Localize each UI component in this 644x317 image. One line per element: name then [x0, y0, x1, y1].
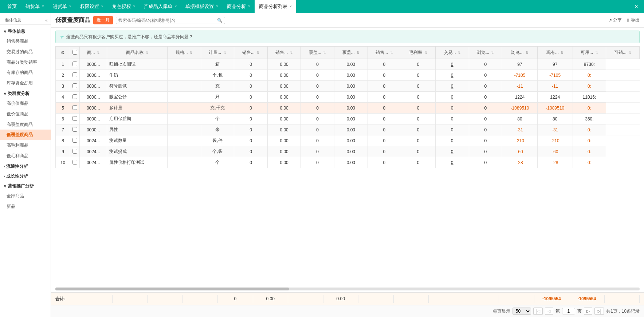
- cell-name[interactable]: 眼宝公仔: [107, 92, 168, 103]
- select-all-checkbox[interactable]: [72, 50, 77, 55]
- th-sales2[interactable]: 销售... ⇅: [267, 47, 301, 59]
- th-name[interactable]: 商品名称 ⇅: [107, 47, 168, 59]
- cell-checkbox[interactable]: [70, 157, 80, 168]
- cell-browse1[interactable]: 0: [435, 70, 469, 81]
- search-icon[interactable]: 🔍: [217, 18, 223, 23]
- nav-products[interactable]: 产成品入库单 ×: [140, 0, 181, 13]
- nav-analysis[interactable]: 商品分析 ×: [223, 0, 255, 13]
- th-sales1[interactable]: 销售... ⇅: [234, 47, 268, 59]
- row-checkbox[interactable]: [72, 83, 77, 88]
- sidebar-item-capital[interactable]: 库存资金占用: [0, 78, 51, 88]
- sidebar-group-marketing[interactable]: ∨ 营销推广分析: [0, 181, 51, 191]
- cell-name[interactable]: 多计量: [107, 103, 168, 114]
- sidebar-item-low-value[interactable]: 低价值商品: [0, 109, 51, 119]
- row-checkbox[interactable]: [72, 138, 77, 143]
- nav-analysis-list[interactable]: 商品分析列表 ×: [255, 0, 296, 13]
- close-permissions-icon[interactable]: ×: [101, 0, 103, 13]
- th-stock2[interactable]: 可用... ⇅: [573, 47, 606, 59]
- cell-name[interactable]: 旺铺批次测试: [107, 59, 168, 70]
- sidebar-group-growth[interactable]: › 成长性分析: [0, 171, 51, 181]
- cell-name[interactable]: 属性价格打印测试: [107, 157, 168, 168]
- cell-browse1[interactable]: 0: [435, 59, 469, 70]
- cell-checkbox[interactable]: [70, 146, 80, 157]
- sidebar-item-low-coverage[interactable]: 低覆盖度商品: [0, 130, 51, 140]
- page-number-input[interactable]: [562, 308, 575, 314]
- cell-browse1[interactable]: 0: [435, 124, 469, 135]
- th-sellable[interactable]: 可销... ⇅: [606, 47, 640, 59]
- sidebar-group-flow[interactable]: › 流通性分析: [0, 161, 51, 171]
- row-checkbox[interactable]: [72, 62, 77, 66]
- th-unit[interactable]: 计量... ⇅: [201, 47, 234, 59]
- th-stock1[interactable]: 现有... ⇅: [537, 47, 573, 59]
- th-browse1[interactable]: 浏览... ⇅: [469, 47, 502, 59]
- th-spec[interactable]: 规格... ⇅: [167, 47, 201, 59]
- close-roles-icon[interactable]: ×: [133, 0, 136, 13]
- sidebar-item-low-margin[interactable]: 低毛利商品: [0, 151, 51, 161]
- row-checkbox[interactable]: [72, 127, 77, 132]
- nav-roles[interactable]: 角色授权 ×: [108, 0, 140, 13]
- cell-checkbox[interactable]: [70, 59, 80, 70]
- close-analysis-list-icon[interactable]: ×: [290, 0, 292, 13]
- row-checkbox[interactable]: [72, 160, 77, 165]
- cell-name[interactable]: 牛奶: [107, 70, 168, 81]
- close-templates-icon[interactable]: ×: [216, 0, 218, 13]
- row-checkbox[interactable]: [72, 116, 77, 121]
- share-button[interactable]: ↗ 分享: [608, 17, 622, 23]
- cell-browse1[interactable]: 0: [435, 135, 469, 146]
- sidebar-group-cluster[interactable]: ∨ 类群度分析: [0, 88, 51, 98]
- cell-checkbox[interactable]: [70, 135, 80, 146]
- close-products-icon[interactable]: ×: [174, 0, 177, 13]
- sidebar-item-high-value[interactable]: 高价值商品: [0, 98, 51, 109]
- sidebar-item-in-stock[interactable]: 有库存的商品: [0, 67, 51, 78]
- sidebar-item-high-coverage[interactable]: 高覆盖度商品: [0, 119, 51, 130]
- sidebar-item-traded[interactable]: 交易过的商品: [0, 47, 51, 57]
- sidebar-item-category-rate[interactable]: 商品分类动销率: [0, 57, 51, 68]
- table-scrollbar-thumb[interactable]: [55, 288, 289, 290]
- th-checkbox[interactable]: [70, 47, 80, 59]
- cell-name[interactable]: 符号测试: [107, 81, 168, 92]
- table-scrollbar[interactable]: [55, 288, 640, 290]
- cell-checkbox[interactable]: [70, 124, 80, 135]
- nav-permissions[interactable]: 权限设置 ×: [76, 0, 108, 13]
- nav-templates[interactable]: 单据模板设置 ×: [181, 0, 223, 13]
- cell-name[interactable]: 测试数量: [107, 135, 168, 146]
- close-analysis-icon[interactable]: ×: [248, 0, 250, 13]
- th-coverage1[interactable]: 覆盖... ⇅: [301, 47, 334, 59]
- sidebar-item-all-goods[interactable]: 全部商品: [0, 191, 51, 201]
- prev-page-btn[interactable]: ◁: [545, 308, 553, 315]
- row-checkbox[interactable]: [72, 105, 77, 110]
- cell-browse1[interactable]: 0: [435, 103, 469, 114]
- search-input[interactable]: [118, 18, 217, 23]
- sidebar-item-new-goods[interactable]: 新品: [0, 201, 51, 212]
- nav-sales[interactable]: 销货单 ×: [21, 0, 48, 13]
- row-checkbox[interactable]: [72, 94, 77, 99]
- th-code[interactable]: 商... ⇅: [80, 47, 107, 59]
- sidebar-item-sales-goods[interactable]: 销售类商品: [0, 36, 51, 47]
- sidebar-group-overall[interactable]: ∨ 整体信息: [0, 26, 51, 36]
- cell-browse1[interactable]: 0: [435, 157, 469, 168]
- th-sales3[interactable]: 销售... ⇅: [368, 47, 401, 59]
- cell-name[interactable]: 属性: [107, 124, 168, 135]
- sidebar-item-high-margin[interactable]: 高毛利商品: [0, 140, 51, 151]
- th-coverage2[interactable]: 覆盖... ⇅: [334, 47, 368, 59]
- cell-browse1[interactable]: 0: [435, 146, 469, 157]
- sidebar-collapse-btn[interactable]: «: [45, 18, 48, 23]
- next-page-btn[interactable]: ▷: [584, 308, 592, 315]
- first-page-btn[interactable]: |◁: [533, 308, 543, 315]
- cell-name[interactable]: 测试提成: [107, 146, 168, 157]
- cell-checkbox[interactable]: [70, 81, 80, 92]
- cell-checkbox[interactable]: [70, 103, 80, 114]
- nav-home[interactable]: 首页: [3, 0, 21, 13]
- th-margin[interactable]: 毛利率 ⇅: [401, 47, 436, 59]
- cell-browse1[interactable]: 0: [435, 81, 469, 92]
- nav-purchase[interactable]: 进货单 ×: [48, 0, 76, 13]
- cell-checkbox[interactable]: [70, 70, 80, 81]
- cell-checkbox[interactable]: [70, 92, 80, 103]
- cell-browse1[interactable]: 0: [435, 114, 469, 124]
- th-settings[interactable]: ⚙: [56, 47, 70, 59]
- page-size-select[interactable]: 50 100 200: [513, 308, 531, 315]
- th-transaction[interactable]: 交易... ⇅: [435, 47, 469, 59]
- cell-name[interactable]: 启用保质期: [107, 114, 168, 124]
- close-purchase-icon[interactable]: ×: [69, 0, 71, 13]
- row-checkbox[interactable]: [72, 149, 77, 154]
